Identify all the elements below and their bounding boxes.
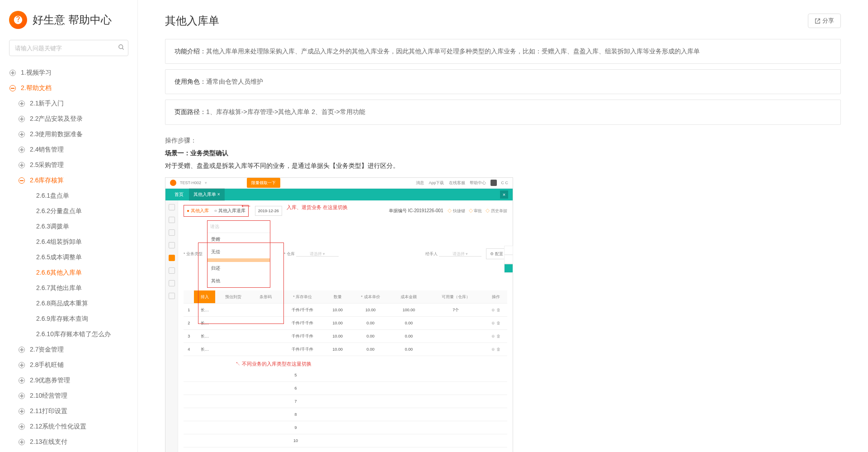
- scene1-title: 场景一：业务类型确认: [165, 147, 841, 159]
- ss-type-switch: ● 其他入库 ○ 其他入库退库: [184, 205, 249, 217]
- nav-label: 2.2产品安装及登录: [30, 115, 83, 123]
- path-label: 页面路径：: [175, 108, 206, 115]
- nav-label: 2.6.10库存账本错了怎么办: [36, 330, 111, 338]
- ss-menu: 帮助中心: [470, 179, 486, 187]
- nav-2-3[interactable]: 2.3使用前数据准备: [9, 127, 128, 142]
- nav-2-6-1[interactable]: 2.6.1盘点单: [9, 188, 128, 204]
- nav-2-4[interactable]: 2.4销售管理: [9, 142, 128, 157]
- logo-icon: [9, 11, 27, 29]
- table-row: 10: [184, 434, 507, 447]
- th: 条形码: [251, 290, 280, 304]
- nav-2-6-5[interactable]: 2.6.5成本调整单: [9, 250, 128, 265]
- nav-2-12[interactable]: 2.12系统个性化设置: [9, 419, 128, 434]
- nav-2-6-6[interactable]: 2.6.6其他入库单: [9, 265, 128, 281]
- nav-2-10[interactable]: 2.10经营管理: [9, 388, 128, 404]
- th: 可用量（仓库）: [427, 290, 485, 304]
- table-row: 11: [184, 447, 507, 452]
- nav-2-6-10[interactable]: 2.6.10库存账本错了怎么办: [9, 327, 128, 342]
- plus-icon: [18, 392, 25, 400]
- app-name: 好生意 帮助中心: [33, 13, 112, 27]
- nav-label: 2.12系统个性化设置: [30, 423, 86, 431]
- steps-label: 操作步骤：: [165, 134, 841, 147]
- nav-label: 2.6.6其他入库单: [36, 269, 82, 277]
- nav-label: 2.6库存核算: [30, 176, 64, 185]
- ss-dropdown: 请选 受赠 无偿 归还 其他: [207, 220, 270, 288]
- nav-label: 2.6.4组装拆卸单: [36, 238, 82, 246]
- search-input[interactable]: [9, 40, 128, 56]
- search-icon[interactable]: [118, 44, 125, 52]
- ss-ri-icon: [504, 246, 513, 255]
- ss-wh-label: * 仓库: [284, 252, 295, 256]
- ss-annotation2: ↖ 不同业务的入库类型在这里切换: [236, 359, 507, 369]
- nav-label: 2.11打印设置: [30, 407, 67, 415]
- nav-2-7[interactable]: 2.7资金管理: [9, 342, 128, 357]
- arrow-icon: ⟵: [241, 200, 250, 212]
- nav-2-9[interactable]: 2.9优惠券管理: [9, 373, 128, 388]
- nav-2-6-4[interactable]: 2.6.4组装拆卸单: [9, 234, 128, 250]
- nav-label: 2.9优惠券管理: [30, 376, 70, 385]
- embedded-screenshot: TEST-H002 ▾ 限量领取一下 消息 App下载 在线客服 帮助中心 C …: [165, 177, 513, 452]
- table-row: 4长…千件/千千件10.000.000.00⊕ 🗑: [184, 343, 507, 356]
- plus-icon: [9, 69, 16, 76]
- plus-icon: [18, 146, 25, 153]
- nav-video-learning[interactable]: 1.视频学习: [9, 65, 128, 81]
- nav-label: 2.10经营管理: [30, 392, 67, 400]
- nav-label: 2.6.9库存账本查询: [36, 315, 88, 323]
- nav-label: 2.6.3调拨单: [36, 223, 69, 231]
- nav-label: 2.1新手入门: [30, 100, 64, 108]
- ss-banner: 限量领取一下: [247, 178, 280, 188]
- nav-2-6-7[interactable]: 2.6.7其他出库单: [9, 281, 128, 296]
- intro-text: 其他入库单用来处理除采购入库、产成品入库之外的其他入库业务，因此其他入库单可处理…: [206, 48, 700, 55]
- nav-2-6-2[interactable]: 2.6.2分量盘点单: [9, 204, 128, 219]
- logo-area: 好生意 帮助中心: [9, 11, 128, 29]
- nav-2-6-3[interactable]: 2.6.3调拨单: [9, 219, 128, 234]
- sidebar: 好生意 帮助中心 1.视频学习 2.帮助文档 2.1新手入门 2.2产品安装及登…: [0, 0, 138, 452]
- ss-close-icon: ×: [500, 190, 508, 199]
- ss-side-icon: [169, 242, 175, 248]
- nav-label: 2.13在线支付: [30, 438, 67, 446]
- nav-help-docs[interactable]: 2.帮助文档: [9, 81, 128, 96]
- ss-tab-home: 首页: [170, 188, 188, 201]
- plus-icon: [18, 131, 25, 138]
- svg-line-1: [122, 48, 123, 49]
- ss-menu: App下载: [429, 179, 444, 187]
- nav-label: 2.6.8商品成本重算: [36, 300, 88, 308]
- ss-ri-icon: [504, 255, 513, 264]
- nav-2-6-8[interactable]: 2.6.8商品成本重算: [9, 296, 128, 311]
- nav-label: 2.6.2分量盘点单: [36, 207, 82, 215]
- th: * 库存单位: [280, 290, 325, 304]
- table-row: 3长…千件/千千件10.000.000.00⊕ 🗑: [184, 329, 507, 343]
- share-label: 分享: [822, 17, 834, 25]
- ss-dd-head: 请选: [208, 221, 270, 233]
- ss-side-icon: [169, 280, 175, 286]
- role-text: 通常由仓管人员维护: [206, 78, 263, 85]
- nav-2-2[interactable]: 2.2产品安装及登录: [9, 111, 128, 127]
- nav-2-13[interactable]: 2.13在线支付: [9, 434, 128, 450]
- nav-2-8[interactable]: 2.8手机旺铺: [9, 357, 128, 373]
- nav-label: 2.6.5成本调整单: [36, 253, 82, 262]
- path-box: 页面路径：1、库存核算->库存管理->其他入库单 2、首页->常用功能: [165, 100, 841, 124]
- plus-icon: [18, 438, 25, 446]
- scene1-desc: 对于受赠、盘盈或是拆装入库等不同的业务，是通过单据头【业务类型】进行区分。: [165, 159, 841, 172]
- nav-2-6-9[interactable]: 2.6.9库存账本查询: [9, 311, 128, 327]
- nav-label: 2.6.7其他出库单: [36, 284, 82, 292]
- nav-label: 1.视频学习: [21, 69, 52, 77]
- nav-2-6[interactable]: 2.6库存核算: [9, 173, 128, 188]
- nav-2-11[interactable]: 2.11打印设置: [9, 404, 128, 419]
- ss-dd-item: [208, 258, 270, 262]
- nav-2-5[interactable]: 2.5采购管理: [9, 157, 128, 173]
- nav-2-1[interactable]: 2.1新手入门: [9, 96, 128, 111]
- share-button[interactable]: 分享: [808, 14, 841, 28]
- ss-side-icon: [169, 217, 175, 223]
- intro-label: 功能介绍：: [175, 48, 206, 55]
- ss-docno-label: 单据编号: [389, 208, 407, 213]
- share-icon: [815, 18, 821, 24]
- ss-side-icon: [169, 267, 175, 274]
- plus-icon: [18, 346, 25, 353]
- nav-label: 2.6.1盘点单: [36, 192, 69, 200]
- nav-label: 2.8手机旺铺: [30, 361, 64, 369]
- plus-icon: [18, 377, 25, 384]
- table-row: 9: [184, 421, 507, 434]
- role-label: 使用角色：: [175, 78, 206, 85]
- nav-2-14[interactable]: 2.14常见问题: [9, 450, 128, 452]
